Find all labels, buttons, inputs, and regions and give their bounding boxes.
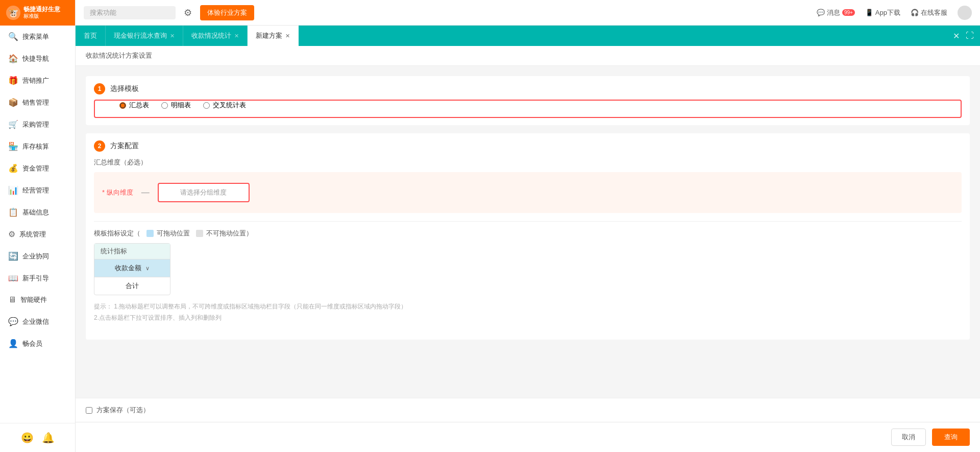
download-item[interactable]: 📱 App下载 (865, 8, 900, 17)
topbar: 搜索功能 ⚙ 体验行业方案 💬 消息 99+ 📱 App下载 🎧 在线客服 (76, 0, 980, 26)
template-summary[interactable]: 汇总表 (119, 101, 149, 110)
indicator-section: 模板指标设定（ 可拖动位置 不可拖动位置） 统计指标 (86, 222, 970, 295)
col1-label: 收款金额 (115, 264, 141, 273)
dimension-placeholder[interactable]: 请选择分组维度 (158, 183, 250, 202)
cart-icon: 🛒 (8, 120, 18, 129)
step1-section: 1 选择模板 汇总表 明细表 交叉统计表 (86, 76, 970, 125)
sidebar-bottom-icon2[interactable]: 🔔 (42, 432, 55, 444)
sidebar-item-label: 资金管理 (22, 164, 49, 173)
sidebar-item-label: 基础信息 (22, 208, 49, 217)
sidebar-item-label: 企业协同 (22, 252, 49, 261)
template-cross[interactable]: 交叉统计表 (203, 101, 246, 110)
logo-icon: 🐮 (6, 6, 20, 20)
page-header-title: 收款情况统计方案设置 (86, 52, 152, 59)
template-detail-radio[interactable] (161, 102, 168, 109)
dimension-arrow-icon: — (141, 188, 150, 197)
fixed-legend: 不可拖动位置） (196, 229, 253, 238)
tab-collection-close[interactable]: ✕ (234, 33, 239, 39)
template-cross-label: 交叉统计表 (213, 101, 246, 110)
sidebar-item-system[interactable]: ⚙ 系统管理 (0, 223, 75, 245)
tab-new-plan-close[interactable]: ✕ (285, 33, 290, 39)
chevron-down-icon[interactable]: ∨ (145, 265, 150, 272)
tab-new-plan-label: 新建方案 (256, 31, 282, 40)
sidebar-item-inventory[interactable]: 🏪 库存核算 (0, 135, 75, 157)
sidebar-item-search[interactable]: 🔍 搜索菜单 (0, 26, 75, 47)
tab-collection[interactable]: 收款情况统计 ✕ (183, 26, 248, 46)
sidebar-bottom-icon1[interactable]: 😀 (21, 432, 34, 444)
total-label: 合计 (126, 282, 139, 290)
search-icon: 🔍 (8, 32, 18, 41)
tab-cashflow[interactable]: 现金银行流水查询 ✕ (106, 26, 183, 46)
page-content: 收款情况统计方案设置 1 选择模板 汇总表 明细表 (76, 46, 980, 422)
headset-icon: 🎧 (911, 9, 919, 16)
book-icon: 📖 (8, 273, 18, 283)
tabs-actions: ✕ ⛶ (947, 26, 980, 46)
sidebar-item-basic-info[interactable]: 📋 基础信息 (0, 201, 75, 223)
tabs-close-icon[interactable]: ✕ (953, 31, 960, 41)
clipboard-icon: 📋 (8, 207, 18, 217)
save-checkbox[interactable] (86, 407, 92, 414)
tab-cashflow-close[interactable]: ✕ (170, 33, 175, 39)
sidebar-item-label: 搜索菜单 (22, 32, 49, 41)
sidebar-item-purchase[interactable]: 🛒 采购管理 (0, 113, 75, 135)
sidebar-item-finance[interactable]: 💰 资金管理 (0, 157, 75, 179)
sidebar-item-member[interactable]: 👤 畅会员 (0, 332, 75, 354)
industry-btn[interactable]: 体验行业方案 (200, 5, 254, 20)
sidebar-item-label: 智能硬件 (20, 295, 47, 304)
sidebar-item-label: 企业微信 (22, 317, 49, 326)
draggable-label: 可拖动位置 (157, 229, 190, 238)
tip-2: 2.点击标题栏下拉可设置排序、插入列和删除列 (94, 313, 962, 324)
search-placeholder: 搜索功能 (90, 9, 116, 16)
indicator-col1[interactable]: 收款金额 ∨ (94, 259, 170, 277)
step2-badge: 2 (94, 140, 105, 152)
step1-badge: 1 (94, 83, 105, 94)
message-item[interactable]: 💬 消息 99+ (817, 8, 855, 17)
page-body: 1 选择模板 汇总表 明细表 交叉统计表 (76, 66, 980, 398)
money-icon: 💰 (8, 163, 18, 173)
sidebar-item-enterprise[interactable]: 🔄 企业协同 (0, 245, 75, 267)
tab-collection-label: 收款情况统计 (191, 31, 231, 40)
message-icon: 💬 (817, 9, 825, 16)
indicator-table-header: 统计指标 (94, 244, 170, 259)
sidebar-item-label: 系统管理 (19, 230, 46, 239)
tabs-expand-icon[interactable]: ⛶ (966, 31, 974, 40)
template-summary-radio[interactable] (119, 102, 126, 109)
sidebar-item-marketing[interactable]: 🎁 营销推广 (0, 69, 75, 91)
query-button[interactable]: 查询 (932, 429, 970, 446)
main-area: 搜索功能 ⚙ 体验行业方案 💬 消息 99+ 📱 App下载 🎧 在线客服 首页 (76, 0, 980, 452)
sync-icon: 🔄 (8, 251, 18, 261)
gear-settings-icon[interactable]: ⚙ (184, 7, 192, 18)
tab-home[interactable]: 首页 (76, 26, 106, 46)
sidebar-item-hardware[interactable]: 🖥 智能硬件 (0, 289, 75, 311)
step2-section: 2 方案配置 汇总维度（必选） * 纵向维度 — 请选择分组维度 (86, 133, 970, 340)
topbar-right: 💬 消息 99+ 📱 App下载 🎧 在线客服 (817, 6, 972, 20)
monitor-icon: 🖥 (8, 295, 16, 304)
home-icon: 🏠 (8, 54, 18, 63)
tab-new-plan[interactable]: 新建方案 ✕ (248, 26, 299, 46)
footer-bar: 取消 查询 (76, 422, 980, 452)
service-item[interactable]: 🎧 在线客服 (911, 8, 947, 17)
cancel-button[interactable]: 取消 (891, 429, 926, 446)
sidebar-item-guide[interactable]: 📖 新手引导 (0, 267, 75, 289)
save-section: 方案保存（可选） (76, 398, 980, 422)
topbar-search[interactable]: 搜索功能 (84, 6, 176, 19)
sidebar-item-sales[interactable]: 📦 销售管理 (0, 91, 75, 113)
sidebar-item-operations[interactable]: 📊 经营管理 (0, 179, 75, 201)
sidebar-item-wechat[interactable]: 💬 企业微信 (0, 311, 75, 332)
fixed-label: 不可拖动位置） (206, 229, 253, 238)
template-cross-radio[interactable] (203, 102, 210, 109)
download-label: App下载 (875, 8, 900, 17)
sidebar-item-label: 库存核算 (22, 142, 49, 151)
user-avatar[interactable] (958, 6, 972, 20)
sidebar-item-quicknav[interactable]: 🏠 快捷导航 (0, 47, 75, 69)
indicator-total-row: 合计 (94, 277, 170, 295)
sidebar-item-label: 采购管理 (22, 120, 49, 129)
sidebar-item-label: 快捷导航 (22, 54, 49, 63)
message-label: 消息 (827, 8, 840, 17)
dimension-group-label: 汇总维度（必选） (94, 158, 962, 167)
template-detail[interactable]: 明细表 (161, 101, 191, 110)
sidebar: 🐮 畅捷通好生意 标准版 🔍 搜索菜单 🏠 快捷导航 🎁 营销推广 📦 销售管理… (0, 0, 76, 452)
dimension-area: * 纵向维度 — 请选择分组维度 (94, 172, 962, 213)
warehouse-icon: 🏪 (8, 141, 18, 151)
sidebar-item-label: 新手引导 (22, 274, 49, 283)
